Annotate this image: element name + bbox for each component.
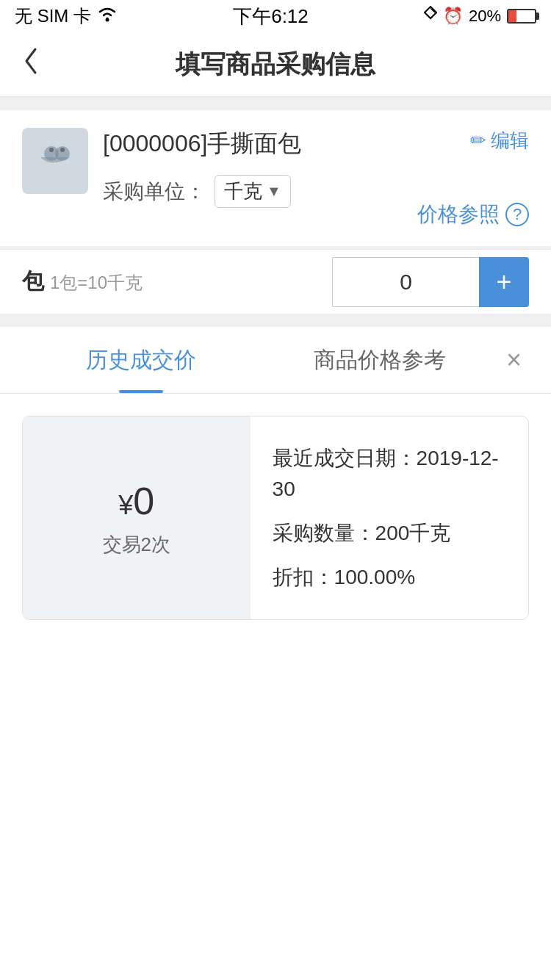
history-details-section: 最近成交日期：2019-12-30 采购数量：200千克 折扣：100.00% — [251, 417, 528, 619]
recent-date-label: 最近成交日期： — [273, 447, 417, 469]
discount-row: 折扣：100.00% — [273, 562, 506, 593]
location-icon — [424, 6, 437, 26]
quantity-plus-button[interactable]: + — [479, 257, 529, 307]
history-trades-count: 交易2次 — [103, 532, 170, 558]
product-image — [22, 128, 88, 194]
tab-price-ref[interactable]: 商品价格参考 — [260, 327, 498, 393]
svg-point-0 — [106, 18, 109, 22]
back-button[interactable] — [22, 39, 47, 90]
price-ref-button[interactable]: 价格参照 ? — [417, 201, 529, 228]
tab-active-indicator — [119, 390, 163, 393]
wifi-icon — [97, 6, 118, 26]
product-card: [0000006]手撕面包 采购单位： 千克 ▼ ✏ 编辑 价格参照 ? — [0, 110, 551, 246]
product-name: [0000006]手撕面包 — [103, 128, 301, 160]
recent-date-row: 最近成交日期：2019-12-30 — [273, 443, 506, 505]
purchase-qty-row: 采购数量：200千克 — [273, 518, 506, 549]
svg-point-4 — [60, 148, 65, 152]
help-icon: ? — [505, 203, 529, 226]
alarm-icon: ⏰ — [443, 7, 463, 26]
unit-value: 千克 — [224, 179, 262, 204]
tab-history-price[interactable]: 历史成交价 — [22, 327, 260, 393]
carrier-label: 无 SIM 卡 — [15, 4, 91, 28]
page-title: 填写商品采购信息 — [176, 48, 375, 82]
status-bar: 无 SIM 卡 下午6:12 ⏰ 20% — [0, 0, 551, 32]
edit-label: 编辑 — [491, 128, 529, 154]
edit-icon: ✏ — [470, 129, 486, 152]
purchase-qty-label: 采购数量： — [273, 522, 375, 544]
quantity-input-group: 0 + — [332, 257, 529, 307]
nav-bar: 填写商品采购信息 — [0, 32, 551, 97]
dropdown-arrow-icon: ▼ — [267, 183, 281, 200]
tab-price-ref-label: 商品价格参考 — [314, 345, 446, 375]
battery-label: 20% — [469, 7, 501, 26]
unit-label: 采购单位： — [103, 178, 206, 206]
tab-content: ¥0 交易2次 最近成交日期：2019-12-30 采购数量：200千克 折扣：… — [0, 394, 551, 642]
status-bar-time: 下午6:12 — [233, 4, 309, 29]
svg-point-3 — [49, 148, 54, 152]
tab-history-label: 历史成交价 — [86, 345, 196, 375]
unit-select[interactable]: 千克 ▼ — [215, 175, 291, 208]
history-card: ¥0 交易2次 最近成交日期：2019-12-30 采购数量：200千克 折扣：… — [22, 416, 529, 620]
status-bar-right: ⏰ 20% — [424, 6, 536, 26]
price-number: 0 — [133, 480, 154, 522]
discount-label: 折扣： — [273, 566, 334, 588]
main-content-area — [0, 642, 551, 980]
discount-value: 100.00% — [334, 566, 416, 588]
section-divider — [0, 314, 551, 327]
history-price-value: ¥0 — [118, 479, 154, 523]
quantity-label: 包 1包=10千克 — [22, 267, 143, 297]
tab-close-button[interactable]: × — [499, 337, 529, 383]
unit-conversion: 1包=10千克 — [50, 271, 143, 295]
quantity-row: 包 1包=10千克 0 + — [0, 249, 551, 314]
currency-symbol: ¥ — [118, 490, 133, 520]
tabs-container: 历史成交价 商品价格参考 × ¥0 交易2次 最近成交日期：2019-12-30… — [0, 327, 551, 642]
edit-button[interactable]: ✏ 编辑 — [470, 128, 529, 154]
purchase-qty-value: 200千克 — [375, 522, 451, 544]
history-price-section: ¥0 交易2次 — [23, 417, 251, 619]
quantity-input[interactable]: 0 — [332, 257, 479, 307]
status-bar-left: 无 SIM 卡 — [15, 4, 118, 28]
unit-big-label: 包 — [22, 267, 44, 297]
battery-icon — [507, 9, 536, 24]
price-ref-label: 价格参照 — [417, 201, 500, 228]
tabs-header: 历史成交价 商品价格参考 × — [0, 327, 551, 394]
